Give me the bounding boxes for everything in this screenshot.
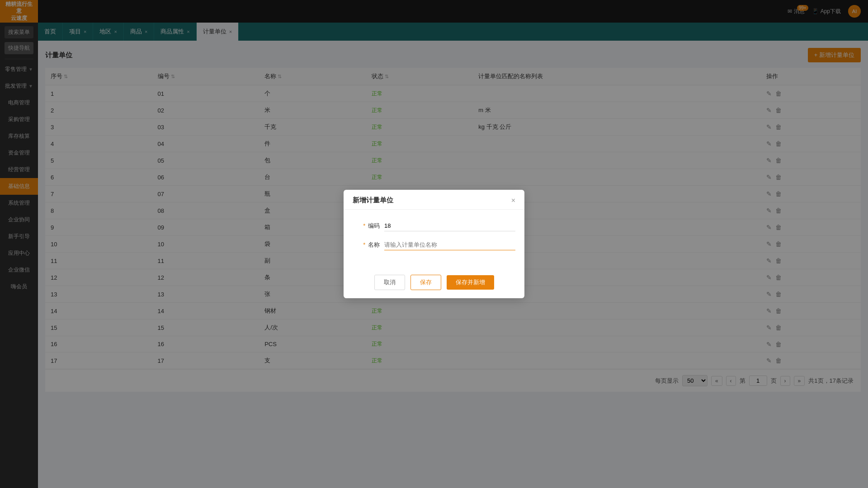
code-label-text: 编码 xyxy=(368,222,380,229)
modal-header: 新增计量单位 × xyxy=(344,190,524,210)
modal-overlay: 新增计量单位 × * 编码 * 名称 取消 保存 保存并新增 xyxy=(0,0,868,488)
name-input[interactable] xyxy=(384,239,515,250)
code-input[interactable] xyxy=(384,221,515,231)
required-mark: * xyxy=(363,241,365,248)
name-label-text: 名称 xyxy=(368,241,380,248)
modal-footer: 取消 保存 保存并新增 xyxy=(344,269,524,298)
cancel-button[interactable]: 取消 xyxy=(374,275,405,290)
code-label: * 编码 xyxy=(353,222,380,230)
add-unit-modal: 新增计量单位 × * 编码 * 名称 取消 保存 保存并新增 xyxy=(344,190,524,298)
name-form-row: * 名称 xyxy=(353,239,515,250)
modal-close-button[interactable]: × xyxy=(511,197,515,205)
code-form-row: * 编码 xyxy=(353,221,515,231)
required-mark: * xyxy=(363,222,365,229)
modal-title: 新增计量单位 xyxy=(353,196,393,205)
save-and-add-button[interactable]: 保存并新增 xyxy=(447,275,494,290)
save-button[interactable]: 保存 xyxy=(410,275,441,290)
name-label: * 名称 xyxy=(353,241,380,249)
modal-body: * 编码 * 名称 xyxy=(344,210,524,269)
